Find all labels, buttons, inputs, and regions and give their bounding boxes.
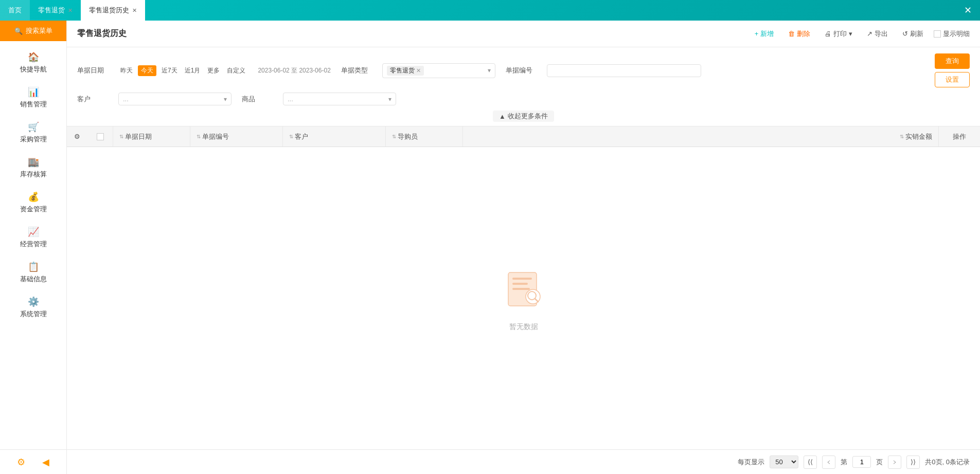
print-arrow-icon: ▾ [849,30,852,38]
collapse-label: 收起更多条件 [508,112,548,121]
system-icon: ⚙️ [28,296,39,307]
basic-info-icon: 📋 [28,261,39,272]
th-operation-label: 操作 [953,132,966,141]
export-button[interactable]: ↗ 导出 [863,27,892,41]
page-prev-button[interactable]: ﹤ [822,455,835,469]
tab-retail-return-label: 零售退货 [38,6,65,15]
goods-dropdown-arrow: ▾ [388,96,391,103]
date-filter-group: 昨天 今天 近7天 近1月 更多 自定义 [118,65,247,76]
sidebar-item-inventory[interactable]: 🏬 库存核算 [0,150,66,185]
filter-setting-button[interactable]: 设置 [935,72,970,87]
print-button-label: 打印 [833,29,847,39]
query-button[interactable]: 查询 [935,53,970,69]
doc-type-tag: 零售退货 ✕ [387,66,424,76]
print-button[interactable]: 🖨 打印 ▾ [821,27,857,41]
empty-state-icon [498,265,549,316]
tab-list: 首页 零售退货 ✕ 零售退货历史 ✕ [0,0,956,21]
per-page-select[interactable]: 50 100 200 [770,455,798,468]
sort-icon-guide: ⇅ [392,134,396,139]
svg-rect-1 [512,278,532,280]
tab-home-label: 首页 [8,6,22,15]
goods-placeholder: ... [288,95,293,103]
filter-row-1: 单据日期 昨天 今天 近7天 近1月 更多 自定义 2023-06-02 至 2… [77,53,970,87]
tab-home[interactable]: 首页 [0,0,30,21]
sidebar-menu: 🏠 快捷导航 📊 销售管理 🛒 采购管理 🏬 库存核算 💰 资金管理 📈 [0,41,66,449]
doc-type-tag-value: 零售退货 [390,66,415,75]
doc-type-dropdown-arrow: ▾ [488,67,491,74]
goods-select[interactable]: ... ▾ [283,93,396,105]
collapse-sidebar-icon[interactable]: ◀ [42,457,49,468]
date-option-1month[interactable]: 近1月 [183,65,203,76]
display-detail-toggle[interactable]: 显示明细 [934,29,970,39]
sidebar-item-finance[interactable]: 💰 资金管理 [0,185,66,220]
date-option-today[interactable]: 今天 [138,65,156,76]
th-operation: 操作 [939,126,980,147]
refresh-button[interactable]: ↺ 刷新 [898,27,928,41]
pagination-bar: 每页显示 50 100 200 ⟨⟨ ﹤ 第 页 ﹥ ⟩⟩ 共0页, 0条记录 [67,449,980,474]
select-all-checkbox[interactable] [97,133,104,140]
customer-select[interactable]: ... ▾ [118,93,231,105]
display-detail-checkbox[interactable] [934,30,941,38]
tab-retail-return-history-close[interactable]: ✕ [132,7,137,14]
collapse-button[interactable]: ▲ 收起更多条件 [493,111,554,122]
doc-type-tag-close[interactable]: ✕ [416,67,421,74]
doc-num-input[interactable] [547,64,701,77]
total-text: 共0页, 0条记录 [925,458,970,467]
header-actions: + 新增 🗑 删除 🖨 打印 ▾ ↗ 导出 ↺ 刷新 [751,27,970,41]
collapse-row: ▲ 收起更多条件 [77,111,970,122]
th-guide[interactable]: ⇅ 导购员 [386,126,463,147]
main-layout: 🔍 搜索菜单 🏠 快捷导航 📊 销售管理 🛒 采购管理 🏬 库存核算 💰 [0,21,980,474]
sidebar-item-operations[interactable]: 📈 经营管理 [0,220,66,255]
content-area: 零售退货历史 + 新增 🗑 删除 🖨 打印 ▾ ↗ 导出 [67,21,980,474]
delete-button-label: 删除 [797,29,810,39]
sidebar: 🔍 搜索菜单 🏠 快捷导航 📊 销售管理 🛒 采购管理 🏬 库存核算 💰 [0,21,67,474]
th-docnum-label: 单据编号 [202,132,229,141]
sort-icon-date: ⇅ [119,134,123,139]
inventory-icon: 🏬 [28,156,39,168]
customer-label: 客户 [77,95,108,104]
date-option-7days[interactable]: 近7天 [159,65,180,76]
table-header: ⚙ ⇅ 单据日期 ⇅ 单据编号 ⇅ 客户 ⇅ [67,126,980,147]
th-docnum[interactable]: ⇅ 单据编号 [190,126,283,147]
empty-state-text: 暂无数据 [509,322,538,332]
top-bar: 首页 零售退货 ✕ 零售退货历史 ✕ ✕ [0,0,980,21]
sidebar-search-label: 搜索菜单 [26,26,52,35]
page-last-button[interactable]: ⟩⟩ [906,455,920,469]
th-checkbox[interactable] [87,126,113,147]
tab-retail-return[interactable]: 零售退货 ✕ [30,0,81,21]
sidebar-item-sales[interactable]: 📊 销售管理 [0,80,66,115]
sidebar-search-button[interactable]: 🔍 搜索菜单 [0,21,66,41]
sidebar-item-system[interactable]: ⚙️ 系统管理 [0,290,66,325]
settings-footer-icon[interactable]: ⚙ [17,457,25,468]
th-customer-label: 客户 [295,132,308,141]
sidebar-item-basic-info[interactable]: 📋 基础信息 [0,255,66,290]
tab-retail-return-history[interactable]: 零售退货历史 ✕ [81,0,145,21]
date-option-custom[interactable]: 自定义 [225,65,247,76]
doc-type-label: 单据类型 [341,66,372,75]
customer-placeholder: ... [123,95,129,103]
export-button-label: 导出 [875,29,888,39]
sidebar-item-purchase[interactable]: 🛒 采购管理 [0,115,66,150]
sidebar-item-system-label: 系统管理 [20,309,47,319]
th-customer[interactable]: ⇅ 客户 [283,126,386,147]
table-settings-icon[interactable]: ⚙ [74,133,80,140]
window-close-button[interactable]: ✕ [956,5,980,16]
page-next-button[interactable]: ﹥ [888,455,901,469]
filter-row-2: 客户 ... ▾ 商品 ... ▾ [77,93,970,105]
export-icon: ↗ [867,30,872,38]
tab-retail-return-close[interactable]: ✕ [68,7,73,14]
th-amount[interactable]: ⇅ 实销金额 [463,126,939,147]
page-header: 零售退货历史 + 新增 🗑 删除 🖨 打印 ▾ ↗ 导出 [67,21,980,47]
new-button[interactable]: + 新增 [751,27,778,41]
doc-type-select[interactable]: 零售退货 ✕ ▾ [382,63,495,78]
purchase-icon: 🛒 [28,121,39,133]
page-number-input[interactable] [852,456,871,468]
delete-button[interactable]: 🗑 删除 [784,27,814,41]
empty-state: 暂无数据 [67,147,980,449]
page-first-button[interactable]: ⟨⟨ [804,455,817,469]
th-date[interactable]: ⇅ 单据日期 [113,126,190,147]
sidebar-item-quick-nav[interactable]: 🏠 快捷导航 [0,45,66,80]
th-settings[interactable]: ⚙ [67,126,87,147]
date-option-more[interactable]: 更多 [205,65,222,76]
date-option-yesterday[interactable]: 昨天 [118,65,135,76]
